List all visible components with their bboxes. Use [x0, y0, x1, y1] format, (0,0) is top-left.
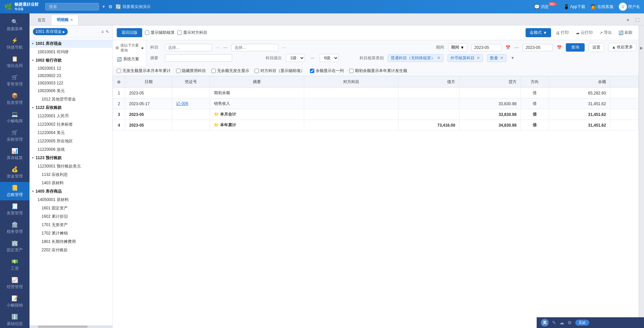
tree-item-1132[interactable]: 1132 应收利息 [30, 171, 112, 179]
settings-icon[interactable]: ⚙ [108, 4, 113, 9]
quantity-dropdown-icon[interactable]: ▼ [511, 56, 515, 60]
level-start-select[interactable]: 1级2级3级4级5级6级 [286, 54, 305, 62]
cloud-bottom-icon[interactable]: ☁ [559, 320, 564, 325]
hide-disabled-label[interactable]: 隐藏禁用科目 [176, 68, 206, 74]
tree-item-1801[interactable]: 1801 长期待摊费用 [30, 238, 112, 246]
tree-item-10020006[interactable]: 10020006 美元 [30, 87, 112, 95]
demo-link[interactable]: 🔄 我要看实例演示 [115, 4, 151, 10]
sidebar-item-wholesale[interactable]: 📦 批发管理 [0, 90, 30, 108]
amount-format-btn[interactable]: 金额式 ▼ [526, 28, 551, 37]
tree-item-1403[interactable]: 1403 原材料 [30, 179, 112, 187]
window-close-btn[interactable]: ✕ [624, 16, 632, 24]
sidebar-item-salary[interactable]: 💵 工资 [0, 256, 30, 274]
hide-disabled-checkbox[interactable] [176, 69, 180, 73]
subject-start-input[interactable] [165, 44, 212, 51]
tab-home[interactable]: 首页 [32, 15, 51, 25]
refresh-btn[interactable]: 🔄 刷新 [616, 28, 635, 37]
online-service-btn[interactable]: 💁 在线客服 [591, 4, 613, 10]
tree-item-11220004[interactable]: 11220004 美元 [30, 129, 112, 137]
sidebar-item-project[interactable]: 📋 项目合同 [0, 53, 30, 71]
show-contra-checkbox-label[interactable]: 显示对方科目 [177, 30, 207, 36]
edit-bottom-icon[interactable]: ✎ [552, 320, 556, 325]
tree-item-1123[interactable]: ▼ 1123 预付账款 [30, 154, 112, 162]
sidebar-item-ledger[interactable]: 📒 总账管理 [0, 182, 30, 200]
eat-btn[interactable]: Eat [575, 320, 589, 326]
edit-icon[interactable]: ✎ [106, 29, 109, 34]
period-start-input[interactable] [471, 44, 501, 51]
cloud-print-btn[interactable]: ☁ 云打印 [574, 28, 595, 37]
tree-item-10020002[interactable]: 10020002 23 [30, 72, 112, 79]
tree-item-1602[interactable]: 1602 累计折旧 [30, 212, 112, 221]
scheme-header[interactable]: ⚙ 按以下方案查询 ◀ [115, 43, 143, 53]
sidebar-item-invoice[interactable]: 🧾 发票管理 [0, 200, 30, 219]
tag-remove-icon[interactable]: ✕ [500, 56, 503, 60]
sidebar-item-finance[interactable]: 💰 资金管理 [0, 163, 30, 182]
top-search-input[interactable] [45, 3, 99, 10]
tag-foreign[interactable]: 外币核算科目 ✕ [447, 54, 483, 62]
tree-item-11230001[interactable]: 11230001 预付账款美元 [30, 162, 112, 171]
window-maximize-btn[interactable]: ⛶ [633, 16, 641, 24]
tab-close-icon[interactable]: ✕ [70, 18, 73, 22]
print-btn[interactable]: 🖨 打印 [554, 28, 571, 37]
tree-item-11220006[interactable]: 11220006 游戏 [30, 145, 112, 154]
system-scheme-item[interactable]: 🔄 系统方案 [115, 55, 143, 63]
filter-settings-btn[interactable]: 设置 [589, 43, 604, 52]
sidebar-item-quicknav[interactable]: ⚡ 快捷导航 [0, 35, 30, 53]
expand-more-btn[interactable]: ▲ 收起更多 [608, 43, 637, 51]
no-balance-checkbox[interactable] [117, 69, 121, 73]
tree-item-1002[interactable]: ▼ 1002 银行存款 [30, 56, 112, 65]
search-expand-icon[interactable]: ▼ [102, 4, 106, 9]
back-old-version-btn[interactable]: 退回旧版 [117, 28, 142, 37]
no-balance2-label[interactable]: 无余额无发生显示 [211, 68, 249, 74]
tree-item-10020001[interactable]: 10020001 12 [30, 65, 112, 72]
tree-item-11220001[interactable]: 11220001 人民币 [30, 112, 112, 120]
row-voucher-2[interactable]: 记-006 [172, 99, 210, 109]
init-balance-checkbox[interactable] [349, 69, 354, 73]
user-info-btn[interactable]: U 用户名 [619, 3, 640, 11]
tag-remove-icon[interactable]: ✕ [437, 56, 440, 60]
tree-item-10020003[interactable]: 10020003 122 [30, 79, 112, 87]
message-btn[interactable]: 💬 消息 99+ [534, 4, 558, 10]
no-balance-label[interactable]: 无发生额显示本月本年累计 [117, 68, 171, 74]
right-collapse-panel[interactable]: ▶ [639, 25, 644, 328]
tree-item-1001[interactable]: ▼ 1001 库存现金 [30, 40, 112, 48]
tree-item-1122[interactable]: ▼ 1122 应收账款 [30, 104, 112, 112]
tree-item-1012[interactable]: 1012 其他货币资金 [30, 95, 112, 104]
tree-item-1405[interactable]: ▼ 1405 库存商品 [30, 187, 112, 196]
tag-normal[interactable]: 普通科目（无特殊核算） ✕ [388, 54, 443, 62]
init-balance-label[interactable]: 期初余额显示本年累计发生额 [349, 68, 407, 74]
show-contra-checkbox[interactable] [177, 30, 182, 35]
period-type-select[interactable]: 期间 ▼ [448, 43, 467, 52]
tree-item-14050001[interactable]: 14050001 原材料 [30, 196, 112, 204]
tag-quantity[interactable]: 数量 ✕ [487, 54, 506, 62]
settings-bottom-icon2[interactable]: ⚙ [568, 320, 572, 325]
sidebar-item-inventory[interactable]: 📊 库存核算 [0, 145, 30, 163]
tree-item-10010001[interactable]: 10010001 司玛呀 [30, 48, 112, 56]
balance-one-col-label[interactable]: 余额显示在一列 [310, 68, 344, 74]
tree-item-1702[interactable]: 1702 累计摊销 [30, 229, 112, 238]
summary-input[interactable] [165, 54, 232, 62]
contra-subject-checkbox[interactable] [255, 69, 259, 73]
voucher-link[interactable]: 记-006 [176, 101, 188, 106]
sidebar-item-purchase[interactable]: 🛒 采购管理 [0, 127, 30, 145]
level-end-select[interactable]: 6级1级2级3级4级5级 [320, 54, 339, 62]
export-btn[interactable]: ↗ 导出 [597, 28, 614, 37]
sidebar-item-ecommerce[interactable]: 💻 小畅电商 [0, 108, 30, 127]
contra-subject-label[interactable]: 对方科目（显示辅助项） [255, 68, 305, 74]
tree-item-11220005[interactable]: 11220005 所在地区 [30, 137, 112, 145]
lang-btn[interactable]: 英 [541, 319, 549, 327]
sidebar-item-operation[interactable]: 📈 经营管理 [0, 274, 30, 292]
tree-item-1601[interactable]: 1601 固定资产 [30, 204, 112, 212]
tag-remove-icon[interactable]: ✕ [477, 56, 480, 60]
sidebar-item-retail[interactable]: 🛒 零售管理 [0, 71, 30, 90]
sidebar-item-search[interactable]: 🔍 搜索菜单 [0, 16, 30, 35]
sidebar-item-tax[interactable]: 🏛️ 税务管理 [0, 219, 30, 237]
show-aux-checkbox-label[interactable]: 显示辅助核算 [145, 30, 175, 36]
tab-ledger[interactable]: 明细账 ✕ [51, 15, 78, 25]
subject-end-input[interactable] [231, 44, 278, 51]
period-calendar-icon2[interactable]: 📅 [557, 45, 562, 50]
col-settings[interactable]: ⚙ [113, 76, 125, 88]
no-balance2-checkbox[interactable] [211, 69, 216, 73]
sidebar-item-assets[interactable]: 🏢 固定资产 [0, 237, 30, 256]
list-icon[interactable]: ≡ [101, 29, 104, 34]
